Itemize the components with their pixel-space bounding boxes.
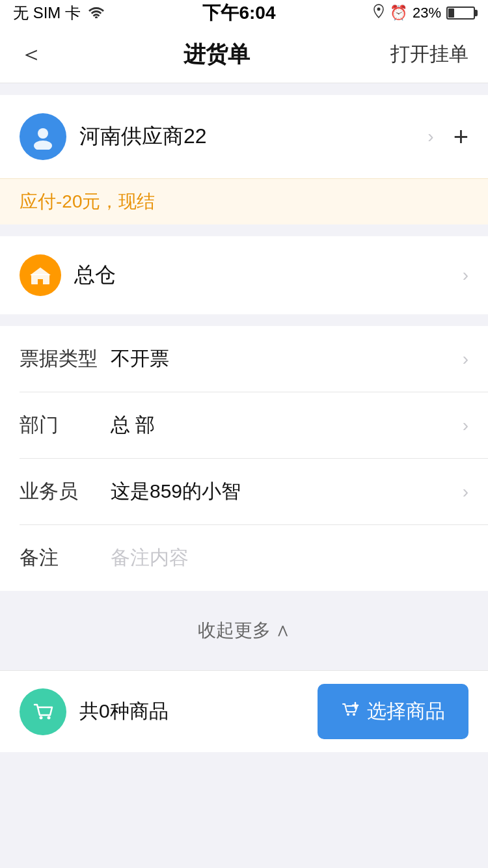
warehouse-name: 总仓 <box>74 261 463 290</box>
svg-point-8 <box>47 716 51 719</box>
warehouse-section: 总仓 › <box>0 236 488 314</box>
department-chevron-icon: › <box>463 415 468 436</box>
form-section: 票据类型 不开票 › 部门 总 部 › 业务员 这是859的小智 › 备注 备注… <box>0 326 488 591</box>
invoice-type-row[interactable]: 票据类型 不开票 › <box>0 326 488 392</box>
collapse-toggle[interactable]: 收起更多 ∧ <box>0 603 488 658</box>
wifi-icon <box>87 4 105 22</box>
mid-divider4 <box>0 658 488 670</box>
svg-marker-5 <box>30 267 51 275</box>
mid-divider3 <box>0 591 488 603</box>
add-supplier-button[interactable]: + <box>454 122 468 152</box>
status-carrier: 无 SIM 卡 <box>13 3 105 23</box>
alert-banner: 应付-20元，现结 <box>0 178 488 224</box>
supplier-section: 河南供应商22 › + 应付-20元，现结 <box>0 95 488 224</box>
supplier-chevron-icon: › <box>427 126 433 147</box>
svg-point-2 <box>38 128 48 139</box>
supplier-row[interactable]: 河南供应商22 › + <box>0 95 488 178</box>
select-product-button[interactable]: 选择商品 <box>318 684 468 739</box>
product-count-label: 共0种商品 <box>79 698 318 725</box>
warehouse-row[interactable]: 总仓 › <box>0 236 488 314</box>
nav-bar: ＜ 进货单 打开挂单 <box>0 26 488 83</box>
svg-point-10 <box>353 713 355 716</box>
svg-point-9 <box>347 713 349 716</box>
invoice-type-label: 票据类型 <box>20 346 111 372</box>
warehouse-chevron-icon: › <box>463 265 468 286</box>
status-time: 下午6:04 <box>202 1 275 25</box>
status-right: ⏰ 23% <box>373 4 475 22</box>
battery-icon <box>446 7 475 20</box>
salesperson-chevron-icon: › <box>463 481 468 502</box>
remark-row[interactable]: 备注 备注内容 <box>0 525 488 591</box>
location-icon <box>373 4 385 22</box>
department-row[interactable]: 部门 总 部 › <box>0 392 488 458</box>
invoice-type-chevron-icon: › <box>463 349 468 370</box>
svg-point-1 <box>377 8 380 11</box>
mid-divider2 <box>0 314 488 326</box>
remark-input[interactable]: 备注内容 <box>111 545 468 571</box>
page-title: 进货单 <box>183 40 250 70</box>
salesperson-value: 这是859的小智 <box>111 478 463 505</box>
battery-percent: 23% <box>413 5 441 21</box>
select-product-label: 选择商品 <box>367 698 445 725</box>
svg-rect-6 <box>38 279 43 284</box>
select-product-icon <box>341 701 360 723</box>
svg-point-3 <box>34 141 52 150</box>
status-bar: 无 SIM 卡 下午6:04 ⏰ 23% <box>0 0 488 26</box>
top-divider <box>0 83 488 95</box>
svg-point-7 <box>40 716 43 719</box>
supplier-avatar <box>20 113 66 160</box>
carrier-text: 无 SIM 卡 <box>13 3 81 23</box>
remark-label: 备注 <box>20 545 111 571</box>
mid-divider1 <box>0 224 488 236</box>
invoice-type-value: 不开票 <box>111 346 463 372</box>
salesperson-row[interactable]: 业务员 这是859的小智 › <box>0 459 488 524</box>
cart-icon <box>20 688 66 735</box>
department-value: 总 部 <box>111 412 463 439</box>
supplier-name: 河南供应商22 <box>79 122 427 151</box>
warehouse-icon <box>20 254 61 296</box>
alarm-icon: ⏰ <box>390 5 407 21</box>
svg-point-0 <box>95 16 98 18</box>
back-button[interactable]: ＜ <box>20 38 43 70</box>
collapse-label: 收起更多 ∧ <box>198 618 291 643</box>
bottom-bar: 共0种商品 选择商品 <box>0 670 488 752</box>
open-pending-button[interactable]: 打开挂单 <box>390 41 468 68</box>
salesperson-label: 业务员 <box>20 478 111 505</box>
department-label: 部门 <box>20 412 111 439</box>
page-background <box>0 752 488 868</box>
